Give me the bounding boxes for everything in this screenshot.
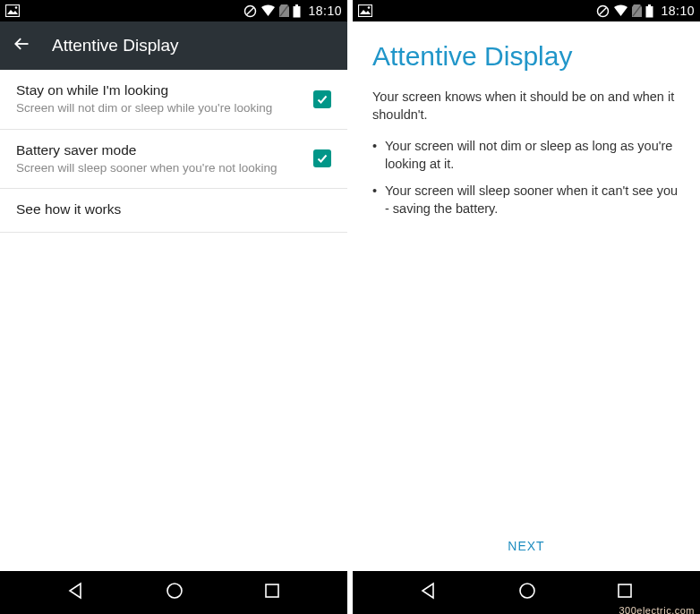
- nav-home-icon[interactable]: [165, 581, 184, 604]
- setting-subtitle: Screen will sleep sooner when you're not…: [16, 160, 304, 176]
- picture-icon: [5, 4, 20, 17]
- setting-subtitle: Screen will not dim or sleep while you'r…: [16, 100, 304, 116]
- sim-icon: [632, 4, 642, 18]
- battery-icon: [293, 4, 301, 18]
- nav-back-icon[interactable]: [419, 581, 439, 604]
- bullet-text: Your screen will not dim or sleep as lon…: [385, 137, 680, 174]
- checkbox-checked-icon[interactable]: [313, 149, 331, 167]
- status-time: 18:10: [308, 4, 342, 18]
- info-bullet: • Your screen will sleep sooner when it …: [372, 182, 680, 218]
- info-title: Attentive Display: [372, 41, 680, 72]
- svg-line-4: [247, 7, 254, 14]
- picture-icon: [358, 4, 372, 17]
- setting-stay-on[interactable]: Stay on while I'm looking Screen will no…: [0, 70, 347, 130]
- phone-left: 18:10 Attentive Display Stay on while I'…: [0, 0, 347, 614]
- battery-icon: [645, 4, 653, 18]
- svg-rect-19: [646, 6, 653, 18]
- svg-line-16: [600, 7, 607, 14]
- setting-title: See how it works: [16, 201, 322, 217]
- page-title: Attentive Display: [52, 36, 179, 55]
- status-time: 18:10: [661, 4, 695, 18]
- setting-title: Stay on while I'm looking: [16, 82, 304, 98]
- back-icon[interactable]: [13, 35, 30, 56]
- svg-rect-12: [359, 5, 372, 17]
- svg-point-21: [520, 584, 534, 598]
- bullet-dot-icon: •: [372, 137, 385, 174]
- info-body: Attentive Display Your screen knows when…: [353, 21, 700, 521]
- svg-point-2: [15, 6, 18, 9]
- svg-marker-13: [360, 10, 371, 14]
- no-entry-icon: [596, 4, 610, 18]
- nav-home-icon[interactable]: [517, 581, 537, 604]
- bullet-dot-icon: •: [372, 182, 385, 218]
- svg-rect-22: [619, 584, 631, 597]
- svg-marker-9: [70, 584, 81, 598]
- nav-recent-icon[interactable]: [616, 582, 634, 603]
- setting-battery-saver[interactable]: Battery saver mode Screen will sleep soo…: [0, 130, 347, 190]
- svg-rect-6: [295, 4, 298, 6]
- wifi-icon: [613, 4, 628, 17]
- nav-bar: [0, 571, 347, 614]
- next-button[interactable]: NEXT: [508, 539, 544, 553]
- nav-recent-icon[interactable]: [263, 582, 281, 603]
- wifi-icon: [260, 4, 276, 17]
- info-intro: Your screen knows when it should be on a…: [372, 88, 680, 124]
- bullet-text: Your screen will sleep sooner when it ca…: [385, 182, 680, 218]
- svg-rect-18: [648, 4, 651, 6]
- status-bar: 18:10: [353, 0, 700, 21]
- app-bar: Attentive Display: [0, 21, 347, 70]
- svg-rect-7: [294, 6, 301, 18]
- phone-right: 18:10 Attentive Display Your screen know…: [353, 0, 700, 614]
- settings-list: Stay on while I'm looking Screen will no…: [0, 70, 347, 571]
- sim-icon: [279, 4, 289, 18]
- checkbox-checked-icon[interactable]: [313, 90, 331, 108]
- setting-title: Battery saver mode: [16, 142, 304, 158]
- svg-marker-20: [423, 584, 433, 598]
- status-bar: 18:10: [0, 0, 347, 21]
- info-bullet: • Your screen will not dim or sleep as l…: [372, 137, 680, 174]
- info-bullets: • Your screen will not dim or sleep as l…: [372, 137, 680, 218]
- setting-see-how[interactable]: See how it works: [0, 189, 347, 233]
- svg-rect-11: [266, 584, 278, 597]
- svg-point-14: [368, 6, 371, 9]
- svg-point-10: [167, 584, 182, 598]
- watermark: 300electric.com: [619, 605, 695, 614]
- svg-marker-1: [7, 10, 18, 14]
- nav-back-icon[interactable]: [66, 581, 86, 604]
- next-row: NEXT: [353, 521, 700, 571]
- no-entry-icon: [243, 4, 257, 18]
- svg-rect-0: [6, 5, 20, 17]
